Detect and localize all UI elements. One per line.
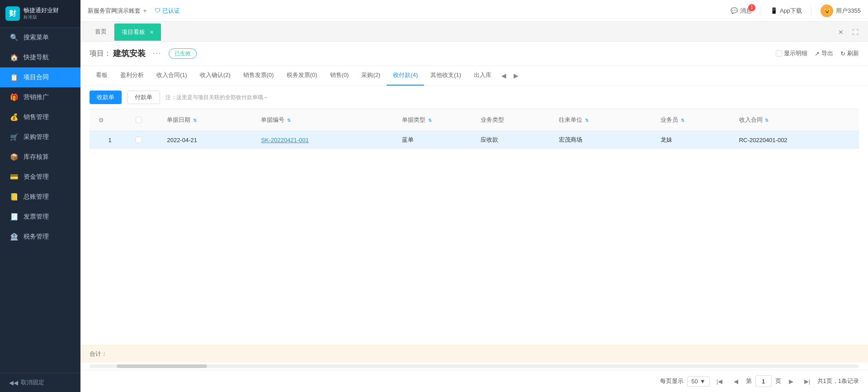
user-menu-button[interactable]: 😺 用户3355: [821, 5, 861, 17]
search-icon: 🔍: [9, 33, 19, 42]
settings-gear-button[interactable]: ⚙: [95, 114, 108, 126]
table-row: 1 2022-04-21 SK-20220421-001 蓝单: [90, 131, 859, 149]
col-header-contract[interactable]: 收入合同 ⇅: [734, 109, 859, 131]
tab-home[interactable]: 首页: [88, 23, 114, 41]
purchase-icon: 🛒: [9, 133, 19, 141]
sub-tab-kanban[interactable]: 看板: [90, 66, 114, 86]
col-header-partner[interactable]: 往来单位 ⇅: [553, 109, 655, 131]
per-page-select[interactable]: 50 ▼: [687, 376, 709, 387]
user-avatar: 😺: [821, 5, 833, 17]
project-more-button[interactable]: ···: [153, 49, 161, 57]
scrollbar-thumb[interactable]: [117, 364, 207, 368]
tab-close-icon[interactable]: ✕: [150, 29, 154, 35]
sort-icon-contract: ⇅: [765, 118, 769, 123]
show-detail-label: 显示明细: [784, 49, 807, 57]
page-input[interactable]: [755, 375, 772, 387]
project-title: 建筑安装: [113, 48, 146, 59]
account-dropdown-arrow[interactable]: ▼: [142, 8, 147, 14]
app-download-button[interactable]: 📱 App下载: [770, 7, 802, 15]
col-header-salesman[interactable]: 业务员 ⇅: [655, 109, 733, 131]
export-button[interactable]: ↗ 导出: [815, 49, 833, 57]
sub-tab-sales-invoice[interactable]: 销售发票(0): [237, 66, 280, 86]
certified-badge: 🛡 已认证: [155, 7, 180, 15]
message-button[interactable]: 💬 消息 1: [731, 7, 752, 15]
next-page-button[interactable]: ▶: [785, 375, 797, 387]
sidebar-item-inventory[interactable]: 📦 库存核算: [0, 147, 80, 167]
topbar-right: 💬 消息 1 📱 App下载 😺 用户3355: [731, 5, 861, 17]
per-page-value: 50: [691, 378, 698, 385]
export-icon: ↗: [815, 50, 820, 57]
receipt-button[interactable]: 收款单: [90, 91, 122, 104]
sub-tabs: 看板 盈利分析 收入合同(1) 收入确认(2) 销售发票(0) 税务发票(0) …: [80, 66, 868, 86]
horizontal-scrollbar[interactable]: [90, 364, 859, 368]
topbar: 新服务官网演示账套 ▼ 🛡 已认证 💬 消息 1 📱 App下载 😺 用户335…: [80, 0, 868, 22]
topbar-account: 新服务官网演示账套 ▼ 🛡 已认证: [88, 7, 731, 15]
sub-tab-other[interactable]: 其他收支(1): [424, 66, 467, 86]
cell-code: SK-20220421-001: [255, 131, 396, 149]
toolbar: 收款单 付款单 注：这里是与项目关联的全部收付款单哦～: [80, 86, 868, 109]
first-page-button[interactable]: |◀: [713, 375, 726, 387]
shield-icon: 🛡: [155, 7, 160, 14]
col-date-label: 单据日期: [167, 116, 190, 123]
sidebar-item-invoice[interactable]: 🧾 发票管理: [0, 207, 80, 227]
project-header-actions: 显示明细 ↗ 导出 ↻ 刷新: [776, 49, 859, 57]
sidebar-item-label-sales: 销售管理: [24, 113, 49, 121]
per-page-dropdown-icon: ▼: [700, 378, 706, 385]
sidebar-nav: 🔍 搜索菜单 🏠 快捷导航 📋 项目合同 🎁 营销推广 💰 销售管理 🛒 采购管…: [0, 28, 80, 373]
tab-home-label: 首页: [95, 28, 107, 35]
sort-icon-type: ⇅: [428, 118, 432, 123]
cell-code-link[interactable]: SK-20220421-001: [261, 137, 309, 143]
sidebar-item-purchase[interactable]: 🛒 采购管理: [0, 127, 80, 147]
sidebar-item-contract[interactable]: 📋 项目合同: [0, 67, 80, 87]
col-header-type[interactable]: 单据类型 ⇅: [396, 109, 475, 131]
sub-tab-profit[interactable]: 盈利分析: [114, 66, 150, 86]
refresh-button[interactable]: ↻ 刷新: [840, 49, 859, 57]
sidebar-item-marketing[interactable]: 🎁 营销推广: [0, 87, 80, 107]
row-checkbox[interactable]: [136, 137, 142, 143]
sub-tab-income-contract[interactable]: 收入合同(1): [150, 66, 193, 86]
sidebar-item-search[interactable]: 🔍 搜索菜单: [0, 28, 80, 48]
payment-button[interactable]: 付款单: [127, 91, 160, 104]
sidebar-item-funds[interactable]: 💳 资金管理: [0, 167, 80, 187]
sidebar-item-label-purchase: 采购管理: [24, 133, 49, 141]
sidebar-item-tax[interactable]: 🏦 税务管理: [0, 227, 80, 247]
prev-page-button[interactable]: ◀: [730, 375, 742, 387]
sidebar-item-quicknav[interactable]: 🏠 快捷导航: [0, 48, 80, 67]
sidebar-item-label-quicknav: 快捷导航: [24, 53, 49, 62]
show-detail-checkbox-box[interactable]: [776, 50, 782, 57]
sort-icon-code: ⇅: [287, 118, 291, 123]
sub-tab-prev-arrow[interactable]: ◀: [498, 66, 510, 86]
sort-icon-date: ⇅: [193, 118, 197, 123]
sub-tab-sales[interactable]: 销售(0): [324, 66, 355, 86]
sub-tab-next-arrow[interactable]: ▶: [510, 66, 522, 86]
expand-window-button[interactable]: ⛶: [850, 27, 861, 38]
sales-icon: 💰: [9, 113, 19, 121]
col-header-code[interactable]: 单据编号 ⇅: [255, 109, 396, 131]
mobile-icon: 📱: [770, 7, 778, 14]
page-content: 项目： 建筑安装 ··· 已生效 显示明细 ↗ 导出 ↻ 刷新: [80, 42, 868, 392]
project-header: 项目： 建筑安装 ··· 已生效 显示明细 ↗ 导出 ↻ 刷新: [80, 42, 868, 66]
invoice-icon: 🧾: [9, 213, 19, 221]
sub-tab-storage[interactable]: 出入库: [467, 66, 498, 86]
sub-tab-purchase[interactable]: 采购(2): [355, 66, 387, 86]
sort-icon-partner: ⇅: [585, 118, 589, 123]
sidebar-unpin-label: 取消固定: [21, 378, 44, 387]
show-detail-checkbox[interactable]: 显示明细: [776, 49, 807, 57]
sidebar-item-label-inventory: 库存核算: [24, 153, 49, 161]
col-header-date[interactable]: 单据日期 ⇅: [161, 109, 255, 131]
sub-tab-income-confirm[interactable]: 收入确认(2): [193, 66, 237, 86]
project-status-badge: 已生效: [169, 48, 197, 59]
sidebar-item-sales[interactable]: 💰 销售管理: [0, 107, 80, 127]
sidebar-unpin-button[interactable]: ◀◀ 取消固定: [0, 373, 80, 392]
sidebar-item-label-tax: 税务管理: [24, 233, 49, 241]
sidebar-logo: 财 畅捷通好业财 标准版: [0, 0, 80, 28]
select-all-checkbox[interactable]: [136, 117, 142, 123]
sub-tab-payment[interactable]: 收付款(4): [387, 66, 424, 86]
close-window-button[interactable]: ✕: [835, 27, 846, 38]
sidebar-item-ledger[interactable]: 📒 总账管理: [0, 187, 80, 207]
account-name: 新服务官网演示账套: [88, 7, 141, 15]
sub-tab-tax-invoice[interactable]: 税务发票(0): [280, 66, 324, 86]
tab-project-board[interactable]: 项目看板 ✕: [114, 23, 161, 42]
last-page-button[interactable]: ▶|: [801, 375, 814, 387]
data-table: ⚙ 单据日期 ⇅ 单据编号 ⇅: [90, 109, 859, 149]
